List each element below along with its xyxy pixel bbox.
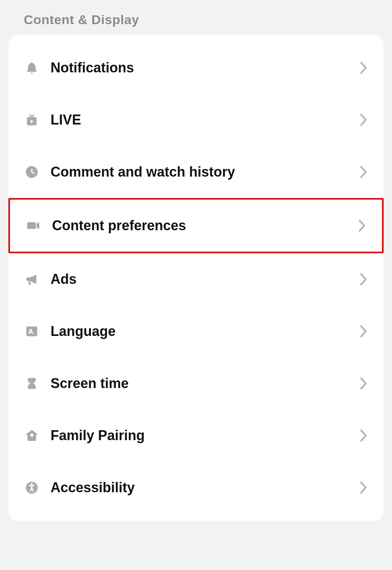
chevron-right-icon — [359, 165, 368, 179]
menu-item-label: Comment and watch history — [51, 164, 359, 180]
menu-item-label: Family Pairing — [51, 428, 359, 444]
menu-item-language[interactable]: Language — [8, 305, 384, 357]
hourglass-icon — [24, 376, 39, 391]
video-icon — [26, 218, 41, 233]
chevron-right-icon — [359, 376, 368, 391]
section-header: Content & Display — [0, 0, 392, 35]
menu-item-notifications[interactable]: Notifications — [8, 42, 384, 94]
menu-item-comment-history[interactable]: Comment and watch history — [8, 146, 384, 198]
menu-item-label: Ads — [51, 271, 359, 287]
menu-item-content-preferences[interactable]: Content preferences — [8, 198, 384, 253]
accessibility-icon — [24, 480, 39, 495]
megaphone-icon — [24, 272, 39, 287]
home-icon — [24, 428, 39, 443]
menu-item-label: Screen time — [51, 375, 359, 391]
menu-item-label: Notifications — [51, 60, 359, 76]
language-icon — [24, 324, 39, 339]
chevron-right-icon — [359, 324, 368, 339]
chevron-right-icon — [359, 272, 368, 287]
bell-icon — [24, 61, 39, 75]
settings-menu: Notifications LIVE Comment and watch his… — [8, 35, 384, 521]
chevron-right-icon — [359, 61, 368, 75]
menu-item-label: LIVE — [51, 112, 359, 128]
chevron-right-icon — [359, 113, 368, 127]
chevron-right-icon — [359, 480, 368, 495]
menu-item-ads[interactable]: Ads — [8, 253, 384, 305]
menu-item-family-pairing[interactable]: Family Pairing — [8, 409, 384, 462]
menu-item-label: Content preferences — [52, 218, 358, 234]
chevron-right-icon — [359, 428, 368, 443]
menu-item-screen-time[interactable]: Screen time — [8, 357, 384, 409]
chevron-right-icon — [358, 218, 367, 233]
menu-item-live[interactable]: LIVE — [8, 94, 384, 146]
clock-icon — [24, 165, 39, 179]
menu-item-label: Language — [51, 323, 359, 339]
menu-item-accessibility[interactable]: Accessibility — [8, 462, 384, 514]
live-icon — [24, 113, 39, 127]
menu-item-label: Accessibility — [51, 480, 359, 496]
